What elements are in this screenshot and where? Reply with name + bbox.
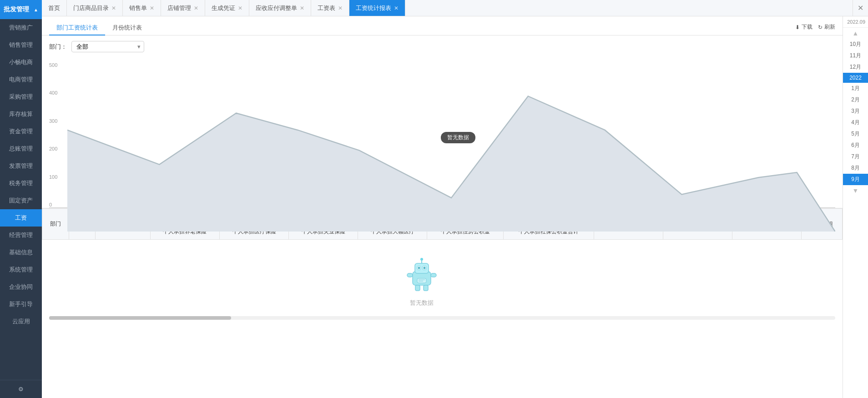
tab-sales-close[interactable]: ✕ — [150, 5, 154, 11]
empty-text: 暂无数据 — [410, 299, 434, 307]
timeline-month-apr[interactable]: 4月 — [843, 117, 868, 128]
timeline-month-oct[interactable]: 10月 — [843, 39, 868, 50]
svg-point-6 — [424, 267, 426, 269]
sidebar-item-yxytg[interactable]: 营销推广 — [0, 19, 42, 36]
inner-tabs-bar: 部门工资统计表 月份统计表 ⬇ 下载 ↻ 刷新 — [42, 16, 843, 35]
svg-rect-13 — [424, 285, 428, 291]
tab-home[interactable]: 首页 — [42, 0, 67, 16]
timeline-down-button[interactable]: ▼ — [848, 186, 863, 195]
sidebar-item-jcxx[interactable]: 基础信息 — [0, 244, 42, 261]
filter-dept-select[interactable]: 全部 — [71, 41, 144, 52]
timeline-month-feb[interactable]: 2月 — [843, 94, 868, 106]
settings-button[interactable]: ⚙ — [0, 380, 42, 398]
sidebar-item-xsgl[interactable]: 销售管理 — [0, 36, 42, 54]
filter-dept-label: 部门： — [49, 43, 67, 51]
timeline-up-button[interactable]: ▲ — [848, 29, 863, 38]
empty-robot-icon — [404, 258, 440, 294]
toolbar-actions: ⬇ 下载 ↻ 刷新 — [795, 23, 835, 33]
main-area: 首页 门店商品目录 ✕ 销售单 ✕ 店铺管理 ✕ 生成凭证 ✕ 应收应付调整单 … — [42, 0, 868, 398]
tab-receivable-close[interactable]: ✕ — [300, 5, 304, 11]
sidebar-item-xsyd[interactable]: 新手引导 — [0, 296, 42, 313]
horizontal-scrollbar[interactable] — [49, 316, 835, 320]
tab-salary[interactable]: 工资表 ✕ — [311, 0, 349, 16]
tab-sales[interactable]: 销售单 ✕ — [123, 0, 161, 16]
tab-dept-salary[interactable]: 部门工资统计表 — [49, 21, 105, 35]
tab-salary-close[interactable]: ✕ — [338, 5, 343, 11]
page-content: 部门工资统计表 月份统计表 ⬇ 下载 ↻ 刷新 — [42, 16, 843, 398]
tabs-bar: 首页 门店商品目录 ✕ 销售单 ✕ 店铺管理 ✕ 生成凭证 ✕ 应收应付调整单 … — [42, 0, 868, 16]
timeline-month-jul[interactable]: 7月 — [843, 151, 868, 162]
svg-rect-9 — [417, 278, 426, 283]
timeline-current-label: 2022.09 — [843, 16, 868, 28]
sidebar-item-gz[interactable]: 工资 — [0, 209, 42, 227]
timeline-month-nov[interactable]: 11月 — [843, 50, 868, 61]
sidebar-item-xpds[interactable]: 小畅电商 — [0, 54, 42, 71]
sidebar-item-swgl[interactable]: 税务管理 — [0, 175, 42, 192]
sidebar-item-kche[interactable]: 库存核算 — [0, 106, 42, 123]
sidebar-item-qyxt[interactable]: 企业协同 — [0, 278, 42, 296]
col-dept: 部门 — [42, 209, 69, 240]
sidebar-item-gdzy[interactable]: 固定资产 — [0, 192, 42, 209]
svg-rect-11 — [431, 273, 436, 277]
timeline-year-2022[interactable]: 2022 — [843, 73, 868, 83]
svg-point-5 — [418, 267, 420, 269]
content-area: 部门工资统计表 月份统计表 ⬇ 下载 ↻ 刷新 — [42, 16, 868, 398]
empty-row: 暂无数据 — [42, 240, 843, 317]
refresh-button[interactable]: ↻ 刷新 — [818, 23, 835, 31]
sidebar-item-dsgl[interactable]: 电商管理 — [0, 71, 42, 88]
sidebar-item-zjgl[interactable]: 资金管理 — [0, 123, 42, 140]
tab-voucher-close[interactable]: ✕ — [238, 5, 242, 11]
chart-svg — [67, 62, 835, 232]
tab-store[interactable]: 店铺管理 ✕ — [161, 0, 205, 16]
filter-bar: 部门： 全部 — [42, 35, 843, 58]
sidebar-item-fpgl[interactable]: 发票管理 — [0, 157, 42, 175]
close-all-tabs-button[interactable]: ✕ — [853, 0, 868, 16]
chart-tooltip: 暂无数据 — [441, 132, 475, 143]
timeline-panel: 2022.09 ▲ 10月 11月 12月 2022 1月 2月 3月 — [843, 16, 868, 398]
tab-voucher[interactable]: 生成凭证 ✕ — [205, 0, 249, 16]
empty-state: 暂无数据 — [42, 240, 802, 316]
tab-store-close[interactable]: ✕ — [194, 5, 198, 11]
chart-container: 0 100 200 300 400 500 暂无数据 — [49, 62, 835, 208]
sidebar-header[interactable]: 批发管理 ▲ — [0, 0, 42, 19]
sidebar-item-yyyy[interactable]: 云应用 — [0, 313, 42, 330]
tab-salary-report-close[interactable]: ✕ — [394, 5, 399, 11]
timeline-month-jan[interactable]: 1月 — [843, 83, 868, 94]
tab-product-close[interactable]: ✕ — [111, 5, 116, 11]
svg-rect-12 — [415, 285, 420, 291]
timeline-month-may[interactable]: 5月 — [843, 128, 868, 140]
timeline-month-aug[interactable]: 8月 — [843, 162, 868, 174]
scrollbar-thumb[interactable] — [49, 316, 231, 320]
svg-rect-10 — [407, 273, 413, 277]
sidebar: 批发管理 ▲ 营销推广 销售管理 小畅电商 电商管理 采购管理 库存核算 资金管… — [0, 0, 42, 398]
inner-tab-group: 部门工资统计表 月份统计表 — [49, 21, 149, 35]
sidebar-title: 批发管理 — [4, 5, 29, 14]
tab-product[interactable]: 门店商品目录 ✕ — [67, 0, 123, 16]
sidebar-item-zzgl[interactable]: 总账管理 — [0, 140, 42, 157]
refresh-icon: ↻ — [818, 24, 823, 30]
timeline-month-jun[interactable]: 6月 — [843, 140, 868, 151]
chart-area: 0 100 200 300 400 500 暂无数据 — [42, 58, 843, 208]
filter-dept-select-wrapper: 全部 — [71, 41, 144, 52]
timeline-month-dec[interactable]: 12月 — [843, 61, 868, 73]
timeline-month-sep[interactable]: 9月 — [843, 174, 868, 185]
download-icon: ⬇ — [795, 24, 800, 30]
chart-y-labels: 0 100 200 300 400 500 — [49, 62, 61, 207]
sidebar-item-jygl[interactable]: 经营管理 — [0, 227, 42, 244]
sidebar-item-xtgl[interactable]: 系统管理 — [0, 261, 42, 278]
sidebar-toggle-icon: ▲ — [34, 7, 38, 12]
download-button[interactable]: ⬇ 下载 — [795, 23, 812, 31]
svg-marker-0 — [67, 96, 835, 232]
gear-icon: ⚙ — [18, 386, 24, 393]
tab-month-stats[interactable]: 月份统计表 — [105, 21, 149, 35]
tab-salary-report[interactable]: 工资统计报表 ✕ — [349, 0, 405, 16]
tab-receivable[interactable]: 应收应付调整单 ✕ — [249, 0, 311, 16]
timeline-month-mar[interactable]: 3月 — [843, 106, 868, 117]
sidebar-item-cggl[interactable]: 采购管理 — [0, 88, 42, 106]
svg-point-8 — [420, 258, 423, 261]
